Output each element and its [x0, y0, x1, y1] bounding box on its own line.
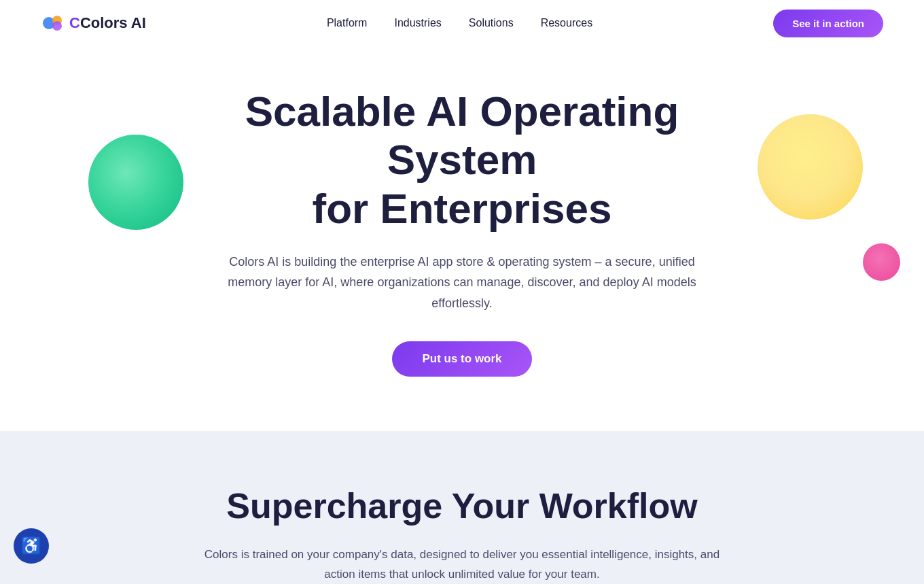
nav-cta-button[interactable]: See it in action	[773, 10, 883, 37]
nav-item-industries[interactable]: Industries	[394, 17, 441, 29]
workflow-section: Supercharge Your Workflow Colors is trai…	[0, 431, 924, 584]
nav-item-platform[interactable]: Platform	[327, 17, 368, 29]
nav-item-solutions[interactable]: Solutions	[469, 17, 514, 29]
nav-item-resources[interactable]: Resources	[541, 17, 592, 29]
navbar: CColors AI Platform Industries Solutions…	[0, 0, 924, 46]
nav-link-platform[interactable]: Platform	[327, 17, 368, 29]
accessibility-button[interactable]: ♿	[14, 528, 49, 564]
nav-link-resources[interactable]: Resources	[541, 17, 592, 29]
logo-text: CColors AI	[69, 14, 146, 32]
accessibility-icon: ♿	[21, 538, 41, 554]
hero-decoration-pink	[863, 243, 900, 281]
hero-title: Scalable AI Operating System for Enterpr…	[170, 87, 754, 233]
hero-cta-button[interactable]: Put us to work	[392, 341, 531, 377]
nav-link-industries[interactable]: Industries	[394, 17, 441, 29]
logo-icon	[41, 11, 65, 35]
hero-decoration-green	[88, 135, 183, 230]
logo[interactable]: CColors AI	[41, 11, 146, 35]
hero-decoration-yellow	[758, 114, 863, 220]
svg-point-2	[52, 21, 62, 31]
nav-link-solutions[interactable]: Solutions	[469, 17, 514, 29]
nav-links: Platform Industries Solutions Resources	[327, 17, 592, 29]
workflow-subtitle: Colors is trained on your company's data…	[197, 545, 727, 584]
hero-subtitle: Colors AI is building the enterprise AI …	[224, 252, 700, 314]
hero-section: Scalable AI Operating System for Enterpr…	[0, 46, 924, 431]
workflow-title: Supercharge Your Workflow	[27, 485, 897, 526]
